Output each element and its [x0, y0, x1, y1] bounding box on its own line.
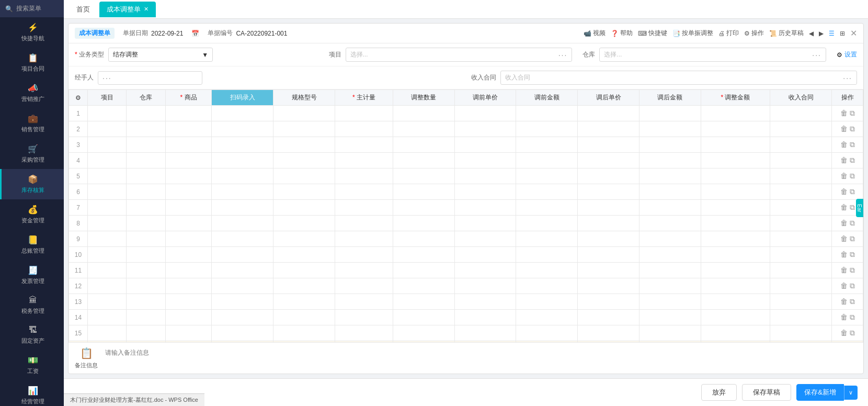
table-cell[interactable]	[516, 325, 578, 341]
table-cell[interactable]	[165, 325, 212, 341]
table-cell[interactable]	[273, 153, 335, 168]
table-cell[interactable]	[88, 231, 127, 247]
action-history[interactable]: 📜 历史草稿	[769, 29, 804, 38]
row-delete-icon[interactable]: 🗑	[840, 266, 848, 275]
row-copy-icon[interactable]: ⧉	[850, 281, 855, 290]
table-cell[interactable]	[393, 184, 454, 200]
table-cell[interactable]	[165, 231, 212, 247]
row-delete-icon[interactable]: 🗑	[840, 203, 848, 212]
row-copy-icon[interactable]: ⧉	[850, 313, 855, 322]
table-cell[interactable]	[393, 200, 454, 216]
table-cell[interactable]	[127, 310, 165, 325]
table-cell[interactable]	[516, 121, 578, 137]
row-copy-icon[interactable]: ⧉	[850, 109, 855, 118]
handler-input[interactable]: ···	[98, 71, 202, 85]
table-cell[interactable]	[127, 294, 165, 310]
table-cell[interactable]	[454, 294, 516, 310]
table-cell[interactable]	[212, 121, 273, 137]
table-cell[interactable]	[639, 325, 701, 341]
sidebar-item-ledger-mgmt[interactable]: 📒 总账管理	[0, 230, 64, 260]
table-cell[interactable]	[639, 294, 701, 310]
table-cell[interactable]	[273, 106, 335, 121]
table-cell[interactable]	[393, 106, 454, 121]
table-cell[interactable]	[770, 310, 832, 325]
table-cell[interactable]	[639, 106, 701, 121]
table-cell[interactable]	[335, 294, 393, 310]
table-cell[interactable]	[273, 278, 335, 294]
table-cell[interactable]	[212, 153, 273, 168]
table-cell[interactable]	[88, 310, 127, 325]
row-copy-icon[interactable]: ⧉	[850, 203, 855, 212]
row-delete-icon[interactable]: 🗑	[840, 250, 848, 259]
table-cell[interactable]	[770, 263, 832, 278]
table-cell[interactable]	[516, 168, 578, 184]
table-cell[interactable]	[393, 278, 454, 294]
row-delete-icon[interactable]: 🗑	[840, 125, 848, 133]
table-cell[interactable]	[165, 247, 212, 263]
table-cell[interactable]	[88, 168, 127, 184]
table-cell[interactable]	[335, 231, 393, 247]
row-copy-icon[interactable]: ⧉	[850, 140, 855, 149]
table-cell[interactable]	[639, 216, 701, 231]
table-cell[interactable]	[639, 153, 701, 168]
table-cell[interactable]	[701, 200, 770, 216]
table-cell[interactable]	[454, 121, 516, 137]
table-cell[interactable]	[88, 184, 127, 200]
table-cell[interactable]	[701, 153, 770, 168]
row-copy-icon[interactable]: ⧉	[850, 329, 855, 337]
search-menu-button[interactable]: 🔍 搜索菜单	[0, 0, 64, 17]
save-draft-button[interactable]: 保存草稿	[742, 384, 791, 401]
table-cell[interactable]	[770, 325, 832, 341]
table-cell[interactable]	[165, 200, 212, 216]
row-copy-icon[interactable]: ⧉	[850, 234, 855, 243]
table-cell[interactable]	[701, 247, 770, 263]
table-cell[interactable]	[454, 137, 516, 153]
table-cell[interactable]	[770, 106, 832, 121]
table-cell[interactable]	[578, 294, 639, 310]
table-cell[interactable]	[335, 200, 393, 216]
table-cell[interactable]	[273, 121, 335, 137]
table-cell[interactable]	[701, 263, 770, 278]
table-cell[interactable]	[165, 263, 212, 278]
table-cell[interactable]	[273, 231, 335, 247]
table-cell[interactable]	[212, 263, 273, 278]
table-cell[interactable]	[454, 184, 516, 200]
table-cell[interactable]	[516, 184, 578, 200]
table-cell[interactable]	[127, 121, 165, 137]
table-cell[interactable]	[127, 325, 165, 341]
table-cell[interactable]	[393, 216, 454, 231]
table-cell[interactable]	[454, 200, 516, 216]
table-cell[interactable]	[127, 231, 165, 247]
tab-close-icon[interactable]: ✕	[144, 6, 149, 13]
table-cell[interactable]	[393, 137, 454, 153]
action-shortcuts[interactable]: ⌨ 快捷键	[638, 29, 667, 38]
sidebar-item-salary[interactable]: 💵 工资	[0, 350, 64, 380]
panel-close-icon[interactable]: ✕	[850, 28, 857, 38]
table-cell[interactable]	[335, 153, 393, 168]
table-cell[interactable]	[273, 216, 335, 231]
row-copy-icon[interactable]: ⧉	[850, 187, 855, 196]
sidebar-item-sales-mgmt[interactable]: 💼 销售管理	[0, 108, 64, 139]
table-cell[interactable]	[88, 121, 127, 137]
row-copy-icon[interactable]: ⧉	[850, 250, 855, 259]
view-list-icon[interactable]: ☰	[829, 30, 835, 37]
table-cell[interactable]	[701, 137, 770, 153]
table-cell[interactable]	[335, 137, 393, 153]
table-cell[interactable]	[393, 168, 454, 184]
abandon-button[interactable]: 放弃	[701, 384, 737, 401]
table-cell[interactable]	[88, 247, 127, 263]
table-cell[interactable]	[165, 106, 212, 121]
table-cell[interactable]	[335, 106, 393, 121]
table-cell[interactable]	[701, 294, 770, 310]
row-delete-icon[interactable]: 🗑	[840, 219, 848, 228]
sidebar-item-tax-mgmt[interactable]: 🏛 税务管理	[0, 290, 64, 320]
table-cell[interactable]	[212, 310, 273, 325]
tab-home[interactable]: 首页	[69, 2, 97, 17]
table-cell[interactable]	[770, 200, 832, 216]
table-cell[interactable]	[165, 278, 212, 294]
table-cell[interactable]	[212, 106, 273, 121]
doc-date-edit-icon[interactable]: 📅	[191, 30, 199, 37]
table-cell[interactable]	[639, 278, 701, 294]
table-cell[interactable]	[393, 294, 454, 310]
table-cell[interactable]	[393, 121, 454, 137]
